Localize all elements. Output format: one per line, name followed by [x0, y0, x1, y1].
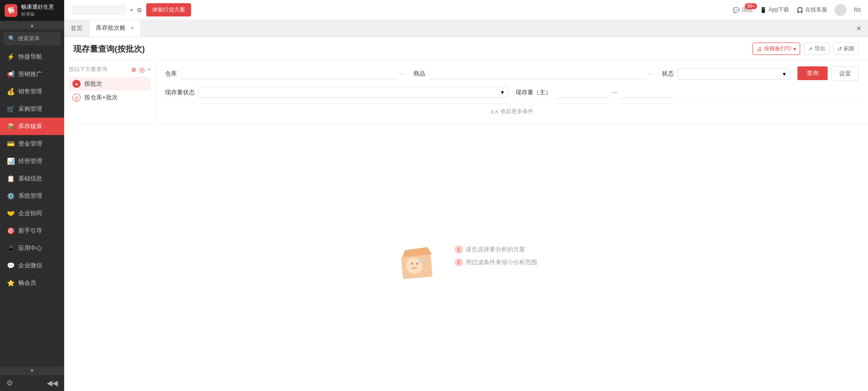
- service-icon: 🎧: [797, 7, 803, 13]
- print-btn[interactable]: 🖨 按模板打印 ▾: [753, 43, 800, 55]
- page-title: 现存量查询(按批次): [73, 43, 145, 54]
- tab-bar: 首页 库存批次账 ✕ ✕: [64, 20, 868, 37]
- messages-btn[interactable]: 💬 消息 99+: [733, 6, 753, 14]
- stock-status-field: 现存量状态 ▾: [165, 87, 508, 98]
- online-service-btn[interactable]: 🎧 在线客服: [797, 6, 827, 14]
- filter-scheme-panel: 按以下方案查询 ⊕ ◎ « ● 按批次 ◎ 按仓库+批次: [64, 61, 156, 125]
- tab-close-icon[interactable]: ✕: [130, 25, 134, 31]
- topbar-dropdown-icon[interactable]: ▾: [130, 7, 133, 13]
- finance-icon: 💳: [6, 140, 15, 148]
- stock-qty-label: 现存量（主）: [516, 88, 551, 97]
- product-field: 商品 ···: [413, 68, 654, 79]
- product-more-btn[interactable]: ···: [646, 71, 654, 77]
- warehouse-field: 仓库 ···: [165, 68, 406, 79]
- basic-icon: 📋: [6, 174, 15, 183]
- scheme-item-warehouse-batch[interactable]: ◎ 按仓库+批次: [69, 91, 151, 104]
- sales-icon: 💰: [6, 87, 15, 96]
- sidebar-item-enterprise[interactable]: 🤝 企业协同: [0, 205, 64, 222]
- status-label: 状态: [662, 70, 674, 78]
- search-icon: 🔍: [8, 35, 15, 42]
- app-icon: 📱: [760, 7, 767, 13]
- query-button[interactable]: 查询: [797, 66, 828, 80]
- sidebar-item-label: 营销推广: [18, 70, 42, 78]
- status-select[interactable]: ▾: [677, 68, 790, 80]
- stock-qty-max-input[interactable]: [620, 87, 675, 98]
- experience-btn[interactable]: 体验行业方案: [146, 3, 191, 16]
- sidebar-item-system[interactable]: ⚙️ 系统管理: [0, 187, 64, 205]
- empty-tip-2: 2 用过滤条件来缩小分析范围: [455, 258, 537, 266]
- sidebar-item-appstore[interactable]: 📱 应用中心: [0, 239, 64, 257]
- sidebar: 畅 畅康通好生意 标准版 ▲ 🔍 搜索菜单 ⚡ 快捷导航 📢 营销推广 💰 销售…: [0, 0, 64, 391]
- sidebar-item-quick[interactable]: ⚡ 快捷导航: [0, 48, 64, 65]
- sidebar-item-inventory[interactable]: 📦 库存核算: [0, 118, 64, 135]
- messages-badge: 99+: [745, 3, 757, 9]
- warehouse-more-btn[interactable]: ···: [398, 71, 406, 77]
- tab-inventory-batch[interactable]: 库存批次账 ✕: [89, 20, 141, 37]
- sidebar-item-label: 系统管理: [18, 192, 42, 200]
- stock-qty-min-input[interactable]: [555, 87, 610, 98]
- scheme-item-batch[interactable]: ● 按批次: [69, 77, 151, 91]
- sidebar-item-purchase[interactable]: 🛒 采购管理: [0, 100, 64, 118]
- print-icon: 🖨: [757, 46, 762, 52]
- sidebar-item-basic[interactable]: 📋 基础信息: [0, 170, 64, 187]
- status-field: 状态 ▾: [662, 68, 790, 80]
- settings-icon[interactable]: ⚙: [6, 379, 13, 387]
- empty-state: 1 请先选择要分析的方案 2 用过滤条件来缩小分析范围: [64, 125, 868, 391]
- sidebar-item-newbie[interactable]: 🎯 新手引导: [0, 222, 64, 239]
- collapse-sidebar-icon[interactable]: ◀◀: [47, 379, 58, 387]
- export-btn[interactable]: ↗ 导出: [804, 43, 830, 55]
- stock-status-select[interactable]: ▾: [198, 87, 508, 98]
- collapse-panel-btn[interactable]: «: [148, 66, 151, 73]
- scheme-dot-secondary: ◎: [72, 93, 81, 102]
- sidebar-scroll-up[interactable]: ▲: [0, 22, 64, 29]
- status-dropdown-icon: ▾: [783, 71, 786, 77]
- sidebar-scroll-down[interactable]: ▼: [0, 367, 64, 375]
- sidebar-item-sales[interactable]: 💰 销售管理: [0, 83, 64, 100]
- sidebar-item-finance[interactable]: 💳 资金管理: [0, 135, 64, 152]
- export-icon: ↗: [808, 46, 813, 52]
- product-input[interactable]: [429, 68, 646, 79]
- sidebar-item-label: 经营管理: [18, 157, 42, 165]
- warehouse-input[interactable]: [181, 68, 398, 79]
- username: Rit: [854, 7, 861, 13]
- sidebar-search[interactable]: 🔍 搜索菜单: [4, 32, 60, 45]
- filter-row-2: 现存量状态 ▾ 现存量（主） —: [165, 87, 859, 98]
- topbar-search[interactable]: [71, 5, 126, 15]
- collapse-more-btn[interactable]: ∧∧ 收起更多条件: [165, 103, 859, 119]
- stock-status-label: 现存量状态: [165, 88, 195, 97]
- app-download-btn[interactable]: 📱 App下载: [760, 6, 789, 14]
- filter-row-1: 仓库 ··· 商品 ··· 状态 ▾: [165, 66, 859, 81]
- tab-home[interactable]: 首页: [64, 21, 89, 36]
- sidebar-item-wechat[interactable]: 💬 企业微信: [0, 257, 64, 274]
- refresh-btn[interactable]: ↺ 刷新: [833, 43, 859, 55]
- scheme-dot-primary: ●: [72, 80, 81, 88]
- app-subtitle: 标准版: [21, 11, 54, 17]
- sidebar-nav: ⚡ 快捷导航 📢 营销推广 💰 销售管理 🛒 采购管理 📦 库存核算 💳 资金管…: [0, 48, 64, 367]
- settings-button[interactable]: 设置: [831, 66, 859, 81]
- sidebar-item-member[interactable]: ⭐ 畅会员: [0, 274, 64, 292]
- sidebar-item-marketing[interactable]: 📢 营销推广: [0, 65, 64, 83]
- add-scheme-icon[interactable]: ⊕: [131, 66, 137, 73]
- settings-scheme-icon[interactable]: ◎: [139, 66, 145, 73]
- refresh-icon: ↺: [837, 46, 842, 52]
- sidebar-item-label: 畅会员: [18, 279, 36, 287]
- sidebar-item-label: 库存核算: [18, 122, 42, 130]
- app-logo: 畅: [5, 4, 17, 17]
- sidebar-item-label: 基础信息: [18, 174, 42, 183]
- avatar[interactable]: [835, 4, 846, 16]
- svg-point-5: [419, 259, 422, 263]
- tab-close-all[interactable]: ✕: [850, 21, 868, 36]
- empty-illustration: [395, 235, 441, 281]
- sidebar-item-label: 企业微信: [18, 261, 42, 270]
- member-icon: ⭐: [6, 279, 15, 287]
- system-icon: ⚙️: [6, 192, 15, 200]
- print-dropdown-icon: ▾: [793, 46, 796, 52]
- topbar-gear-icon[interactable]: ⚙: [137, 6, 143, 14]
- filter-area: 按以下方案查询 ⊕ ◎ « ● 按批次 ◎ 按仓库+批次: [64, 61, 868, 125]
- svg-point-3: [411, 263, 413, 265]
- sidebar-item-operations[interactable]: 📊 经营管理: [0, 152, 64, 170]
- enterprise-icon: 🤝: [6, 209, 15, 217]
- chevron-up-icon: ∧∧: [490, 109, 499, 115]
- sidebar-item-label: 企业协同: [18, 209, 42, 217]
- page-header: 现存量查询(按批次) 🖨 按模板打印 ▾ ↗ 导出 ↺ 刷新: [64, 37, 868, 61]
